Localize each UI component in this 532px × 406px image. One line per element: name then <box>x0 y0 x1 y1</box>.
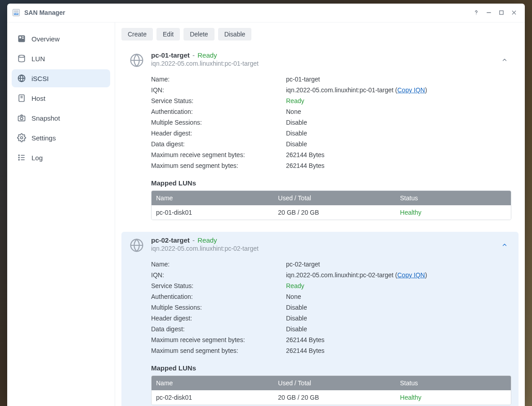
create-button[interactable]: Create <box>121 28 153 41</box>
sidebar-item-overview[interactable]: Overview <box>12 30 110 48</box>
sidebar-item-label: LUN <box>31 55 45 63</box>
lun-col-status: Status <box>396 191 511 205</box>
lun-col-name: Name <box>152 376 273 390</box>
prop-label-authentication: Authentication: <box>151 293 286 300</box>
prop-value-header-digest: Disable <box>286 130 511 137</box>
lun-used-total: 20 GB / 20 GB <box>273 390 395 405</box>
sidebar: Overview LUN iSCSI <box>7 23 115 406</box>
svg-rect-12 <box>22 38 24 39</box>
prop-label-name: Name: <box>151 261 286 268</box>
sidebar-item-lun[interactable]: LUN <box>12 50 110 68</box>
lun-name: pc-01-disk01 <box>152 205 273 220</box>
lun-name: pc-02-disk01 <box>152 390 273 405</box>
mapped-luns-table: Name Used / Total Status pc-01-disk01 20… <box>151 190 511 220</box>
target-card[interactable]: pc-02-target - Ready iqn.2022-05.com.lin… <box>121 232 519 406</box>
svg-point-13 <box>18 55 24 58</box>
close-button[interactable] <box>508 6 520 19</box>
maximize-button[interactable] <box>495 6 508 19</box>
prop-label-service-status: Service Status: <box>151 97 286 104</box>
prop-label-max-recv: Maximum receive segment bytes: <box>151 336 286 343</box>
lun-table-header: Name Used / Total Status <box>152 191 511 205</box>
sidebar-item-host[interactable]: Host <box>12 89 110 107</box>
mapped-luns-title: Mapped LUNs <box>151 179 511 187</box>
globe-icon <box>17 74 26 83</box>
prop-value-max-send: 262144 Bytes <box>286 162 511 169</box>
prop-value-service-status: Ready <box>286 282 511 289</box>
lun-status: Healthy <box>396 205 511 220</box>
svg-rect-18 <box>18 116 25 121</box>
dashboard-icon <box>17 34 26 43</box>
window-title: SAN Manager <box>24 9 470 16</box>
sidebar-item-label: Settings <box>31 134 56 142</box>
prop-label-iqn: IQN: <box>151 86 286 94</box>
svg-point-21 <box>18 155 19 156</box>
prop-label-authentication: Authentication: <box>151 108 286 115</box>
target-status: Ready <box>197 51 217 59</box>
prop-label-service-status: Service Status: <box>151 282 286 289</box>
target-name: pc-02-target <box>151 236 190 244</box>
collapse-toggle[interactable] <box>501 56 509 64</box>
target-header: pc-01-target - Ready iqn.2022-05.com.lin… <box>129 51 511 68</box>
svg-rect-10 <box>19 36 21 38</box>
lun-row[interactable]: pc-02-disk01 20 GB / 20 GB Healthy <box>152 390 511 405</box>
lun-col-name: Name <box>152 191 273 205</box>
lun-status: Healthy <box>396 390 511 405</box>
host-icon <box>17 94 26 103</box>
prop-value-iqn: iqn.2022-05.com.linuxhint:pc-02-target (… <box>286 271 511 279</box>
target-name-line: pc-02-target - Ready <box>151 236 511 244</box>
target-iqn: iqn.2022-05.com.linuxhint:pc-01-target <box>151 60 511 67</box>
target-properties: Name:pc-02-target IQN:iqn.2022-05.com.li… <box>151 259 511 356</box>
svg-rect-6 <box>500 11 503 14</box>
sidebar-item-label: Overview <box>31 35 60 43</box>
lun-col-status: Status <box>396 376 511 390</box>
prop-label-max-recv: Maximum receive segment bytes: <box>151 151 286 158</box>
prop-label-header-digest: Header digest: <box>151 130 286 137</box>
target-properties: Name:pc-01-target IQN:iqn.2022-05.com.li… <box>151 74 511 171</box>
target-iqn: iqn.2022-05.com.linuxhint:pc-02-target <box>151 245 511 252</box>
prop-value-data-digest: Disable <box>286 325 511 333</box>
prop-label-multiple-sessions: Multiple Sessions: <box>151 304 286 311</box>
mapped-luns-title: Mapped LUNs <box>151 364 511 372</box>
prop-label-name: Name: <box>151 76 286 83</box>
lun-table-header: Name Used / Total Status <box>152 376 511 390</box>
sidebar-item-label: Snapshot <box>31 114 60 122</box>
help-button[interactable] <box>470 6 483 19</box>
prop-label-iqn: IQN: <box>151 271 286 279</box>
sidebar-item-log[interactable]: Log <box>12 149 110 167</box>
sidebar-item-iscsi[interactable]: iSCSI <box>12 69 110 87</box>
prop-label-data-digest: Data digest: <box>151 140 286 148</box>
prop-value-iqn: iqn.2022-05.com.linuxhint:pc-01-target (… <box>286 86 511 94</box>
sidebar-item-snapshot[interactable]: Snapshot <box>12 109 110 127</box>
svg-rect-11 <box>22 36 24 37</box>
prop-value-header-digest: Disable <box>286 315 511 322</box>
prop-value-service-status: Ready <box>286 97 511 104</box>
lun-row[interactable]: pc-01-disk01 20 GB / 20 GB Healthy <box>152 205 511 220</box>
minimize-button[interactable] <box>483 6 495 19</box>
copy-iqn-link[interactable]: Copy IQN <box>397 86 425 94</box>
disable-button[interactable]: Disable <box>218 28 252 41</box>
san-manager-window: SAN SAN Manager <box>7 4 525 406</box>
copy-iqn-link[interactable]: Copy IQN <box>397 271 425 279</box>
delete-button[interactable]: Delete <box>183 28 214 41</box>
prop-label-max-send: Maximum send segment bytes: <box>151 162 286 169</box>
svg-rect-3 <box>14 10 18 12</box>
target-card[interactable]: pc-01-target - Ready iqn.2022-05.com.lin… <box>121 47 519 227</box>
lun-col-used: Used / Total <box>273 376 395 390</box>
prop-value-multiple-sessions: Disable <box>286 304 511 311</box>
prop-value-max-send: 262144 Bytes <box>286 347 511 354</box>
sidebar-item-settings[interactable]: Settings <box>12 129 110 147</box>
prop-value-max-recv: 262144 Bytes <box>286 151 511 158</box>
edit-button[interactable]: Edit <box>156 28 180 41</box>
svg-point-4 <box>476 14 476 15</box>
prop-value-authentication: None <box>286 293 511 300</box>
svg-point-19 <box>20 117 23 120</box>
collapse-toggle[interactable] <box>501 241 509 249</box>
svg-point-22 <box>18 157 19 158</box>
svg-rect-9 <box>18 36 25 42</box>
prop-value-name: pc-02-target <box>286 261 511 268</box>
target-status: Ready <box>197 236 217 244</box>
prop-label-header-digest: Header digest: <box>151 315 286 322</box>
sidebar-item-label: Host <box>31 95 45 102</box>
prop-label-multiple-sessions: Multiple Sessions: <box>151 119 286 126</box>
lun-used-total: 20 GB / 20 GB <box>273 205 395 220</box>
